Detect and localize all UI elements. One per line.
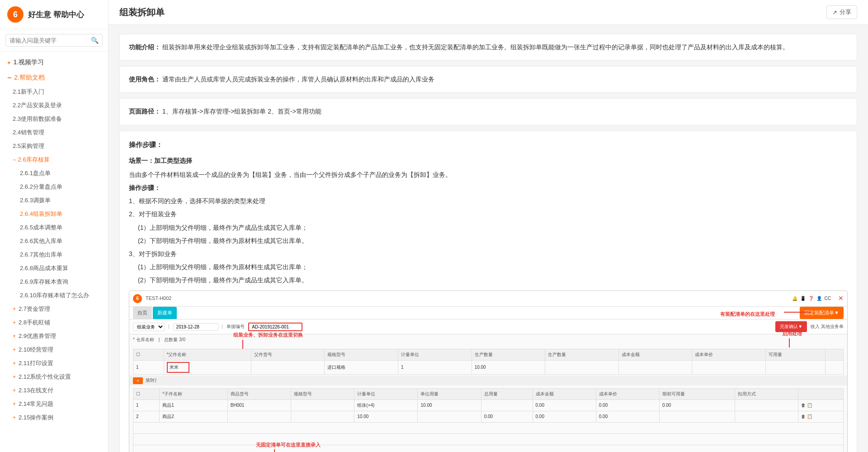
annotation-3-arrow	[789, 338, 790, 347]
share-button[interactable]: ↗ 分享	[826, 5, 857, 19]
sidebar-item-ops[interactable]: + 2.10经营管理	[13, 343, 108, 357]
role-block: 使用角色： 通常由生产人员或库管人员完成拆装业务的操作，库管人员确认原材料的出库…	[119, 66, 857, 93]
mock-lower-table-area: ☐ *子件名称 商品货号 规格型号 计量单位 单位用量 总用量 成本金额 成本单	[129, 385, 847, 452]
logo-icon: 6	[7, 6, 24, 23]
mock-col-cost-amt: 成本金额	[618, 349, 692, 361]
step2-1: (1）上部明细为父件明细，最终作为产成品生成其它入库单；	[129, 222, 848, 233]
mock-close-icon[interactable]: ✕	[838, 293, 844, 304]
annotation-1-area: 有装配清单的在这里处理	[720, 308, 775, 319]
sidebar-item-sales[interactable]: 2.4销售管理	[13, 126, 108, 139]
sidebar-item-2-6-8[interactable]: 2.6.8商品成本重算	[20, 262, 108, 275]
func-intro-block: 功能介绍： 组装拆卸单用来处理企业组装或拆卸等加工业务，支持有固定装配清单的产品…	[119, 34, 857, 61]
sidebar-item-faq[interactable]: + 2.14常见问题	[13, 397, 108, 411]
sidebar-item-inventory[interactable]: − 2.6库存核算	[13, 153, 108, 167]
mock-tab-home[interactable]: 自页	[133, 307, 152, 319]
sidebar-item-docs[interactable]: − 2.帮助文档	[0, 71, 108, 85]
mock-sep2: |	[222, 323, 223, 331]
mock-actions-text: 收入 其他业务单	[811, 323, 844, 331]
sidebar-item-2-6-7[interactable]: 2.6.7其他出库单	[20, 248, 108, 262]
mock-lower-col-name: *子件名称	[160, 389, 228, 400]
mock-logo: 6	[133, 294, 142, 303]
mock-divider: + 第9行	[129, 376, 847, 385]
steps-block: 操作步骤： 场景一：加工类型选择 当由多个子件材料组装成一个成品的业务为【组装】…	[119, 131, 857, 452]
mock-order-input[interactable]	[248, 323, 302, 331]
mock-system-label: TEST-H002	[146, 294, 171, 303]
mock-type-select[interactable]: 组装业务 拆卸业务	[133, 323, 165, 331]
sidebar-item-2-6-3[interactable]: 2.6.3调拨单	[20, 194, 108, 207]
step3-2: (2）下部明细为子件明细，最终作为产成品生成其它入库单。	[129, 275, 848, 286]
sidebar-item-2-6-1[interactable]: 2.6.1盘点单	[20, 167, 108, 180]
sidebar-item-settings[interactable]: + 2.12系统个性化设置	[13, 370, 108, 384]
sidebar-item-2-6-2[interactable]: 2.6.2分量盘点单	[20, 180, 108, 194]
sidebar-item-finance[interactable]: + 2.7资金管理	[13, 302, 108, 316]
mock-cell-cost	[618, 361, 692, 375]
mock-cell-avail	[766, 361, 826, 375]
mock-sep: |	[168, 323, 170, 331]
plus-icon-mobile: +	[13, 319, 16, 326]
sidebar-item-video[interactable]: + 1.视频学习	[0, 55, 108, 70]
search-icon[interactable]: 🔍	[91, 37, 99, 44]
sidebar-item-label: 1.视频学习	[14, 58, 44, 67]
minus-icon-sub: −	[13, 157, 16, 163]
func-intro-label: 功能介绍：	[129, 43, 160, 51]
sidebar-item-install[interactable]: 2.2产品安装及登录	[13, 99, 108, 112]
mock-cell-check: 1	[133, 361, 164, 375]
sidebar-item-data-prep[interactable]: 2.3使用前数据准备	[13, 112, 108, 126]
mock-tab-new[interactable]: 新建单	[153, 307, 177, 319]
mock-lower-col-cost-unit: 成本单价	[596, 389, 659, 400]
steps-title: 操作步骤：	[129, 182, 848, 194]
mock-header: 6 TEST-H002 🔔 📱 ❓ 👤 CC ✕	[129, 291, 847, 306]
sidebar-item-cases[interactable]: + 2.15操作案例	[13, 411, 108, 424]
mock-icon-cc: CC	[825, 295, 831, 303]
sidebar-item-mobile[interactable]: + 2.8手机旺铺	[13, 316, 108, 329]
mock-upper-table-area: ☐ *父件名称 父件货号 规格型号 计量单位 生产数量 生产数量 成本金额 成本	[129, 345, 847, 376]
step2: 2、对于组装业务	[129, 209, 848, 220]
sidebar-item-2-6-9[interactable]: 2.6.9库存账本查询	[20, 275, 108, 289]
mock-col-prod-qty: 生产数量	[472, 349, 545, 361]
sidebar-item-2-6-10[interactable]: 2.6.10库存账本错了怎么办	[20, 289, 108, 302]
search-box: 🔍	[5, 34, 103, 47]
table-row: 1 商品1 BH001 纸张(+4) 10.00 0.00 0.00	[133, 400, 844, 411]
mock-add-row-btn[interactable]: +	[133, 377, 143, 384]
share-label: 分享	[840, 8, 851, 16]
sidebar-item-2-6-6[interactable]: 2.6.6其他入库单	[20, 234, 108, 248]
mock-col-check: ☐	[133, 349, 164, 361]
annotation-4-arrow	[274, 449, 275, 452]
func-intro-text: 组装拆卸单用来处理企业组装或拆卸等加工业务，支持有固定装配清单的产品加工业务，也…	[162, 43, 789, 51]
annotation-3-text: 启用处理	[782, 329, 802, 338]
annotation-2-area: 组装业务、拆卸业务在这里切换	[233, 331, 303, 349]
sidebar-item-2-6-4[interactable]: 2.6.4组装拆卸单	[20, 207, 108, 221]
mock-col-unit: 计量单位	[398, 349, 472, 361]
screenshot-container: 6 TEST-H002 🔔 📱 ❓ 👤 CC ✕	[129, 290, 848, 452]
table-row	[133, 445, 844, 452]
plus-icon: +	[7, 59, 11, 66]
annotation-3-area: 启用处理	[782, 329, 802, 347]
mock-cell-action	[826, 361, 844, 375]
mock-col-cost-unit: 成本单价	[692, 349, 766, 361]
role-text: 通常由生产人员或库管人员完成拆装业务的操作，库管人员确认原材料的出库和产成品的入…	[162, 76, 434, 83]
scene1-label: 场景一：加工类型选择	[129, 155, 848, 167]
plus-icon-payment: +	[13, 387, 16, 394]
mock-warehouse-label: * 仓库名称	[133, 336, 154, 344]
annotation-4-text: 无固定清单可在这里直接录入	[256, 441, 321, 450]
sidebar-item-payment[interactable]: + 2.13在线支付	[13, 384, 108, 397]
sidebar-item-purchase[interactable]: 2.5采购管理	[13, 139, 108, 153]
plus-icon-settings: +	[13, 374, 16, 380]
sidebar-item-2-6-5[interactable]: 2.6.5成本调整单	[20, 221, 108, 234]
plus-icon-coupon: +	[13, 333, 16, 339]
sidebar-item-coupon[interactable]: + 2.9优惠券管理	[13, 329, 108, 343]
mock-lower-col-method: 扣用方式	[735, 389, 798, 400]
sidebar-item-print-label: 2.11打印设置	[19, 359, 53, 367]
mock-date-input[interactable]	[173, 323, 218, 331]
plus-icon-faq: +	[13, 401, 16, 407]
sidebar: 6 好生意 帮助中心 🔍 + 1.视频学习 − 2.帮助文档 2.1新手入门 2…	[0, 0, 108, 452]
sidebar-item-print[interactable]: + 2.11打印设置	[13, 357, 108, 370]
mock-btn-fixedlist[interactable]: 固定装配清单▼	[800, 307, 844, 319]
sidebar-item-beginner[interactable]: 2.1新手入门	[13, 85, 108, 99]
search-input[interactable]	[9, 37, 91, 44]
table-row: 2 商品2 10.00 0.00 0.00 0.00	[133, 411, 844, 423]
mock-icon-help: ❓	[808, 295, 814, 303]
sidebar-item-settings-label: 2.12系统个性化设置	[19, 373, 71, 381]
nav-sub-items-2-6: 2.6.1盘点单 2.6.2分量盘点单 2.6.3调拨单 2.6.4组装拆卸单 …	[13, 167, 108, 302]
table-row	[133, 434, 844, 445]
